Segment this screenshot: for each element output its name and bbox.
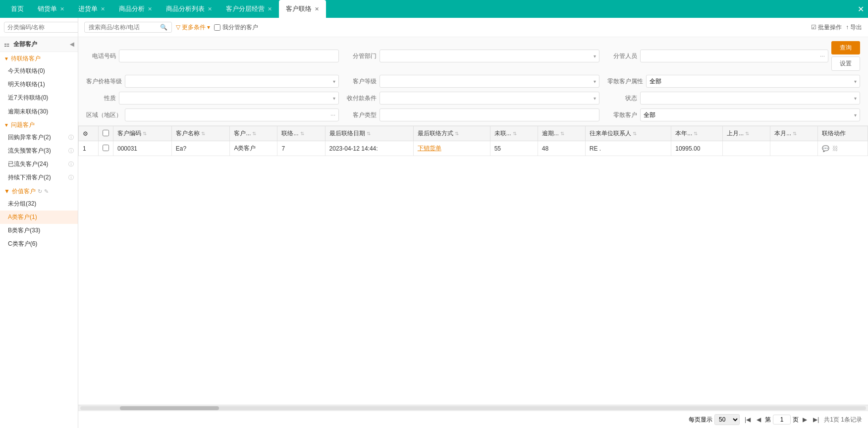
sidebar-all-customers[interactable]: ⚏ 全部客户 ◀ bbox=[0, 37, 78, 52]
select-all-checkbox[interactable] bbox=[103, 130, 109, 136]
nav-close-icon[interactable]: ✕ bbox=[208, 6, 212, 12]
edit-icon[interactable]: ✎ bbox=[44, 188, 49, 195]
row-checkbox[interactable] bbox=[103, 145, 109, 151]
retail-attr-label: 零散客户属性 bbox=[607, 77, 643, 86]
filter-search-input[interactable] bbox=[89, 24, 158, 31]
nav-close-icon[interactable]: ✕ bbox=[60, 6, 64, 12]
nav-close-icon[interactable]: ✕ bbox=[315, 6, 319, 12]
payment-select[interactable]: ▾ bbox=[380, 92, 599, 105]
td-overdue: 48 bbox=[538, 141, 585, 156]
nature-select[interactable]: ▾ bbox=[119, 92, 339, 105]
th-checkbox[interactable] bbox=[99, 126, 113, 141]
nav-close-icon[interactable]: ✕ bbox=[101, 6, 105, 12]
next-page-btn[interactable]: ▶ bbox=[801, 415, 809, 424]
window-close-btn[interactable]: ✕ bbox=[858, 4, 864, 14]
retail-customer-select[interactable]: 全部 ▾ bbox=[640, 108, 860, 121]
search-icon[interactable]: 🔍 bbox=[160, 24, 167, 31]
last-page-btn[interactable]: ▶| bbox=[811, 415, 821, 424]
sort-icon[interactable]: ⇅ bbox=[201, 131, 205, 136]
nav-item-sales[interactable]: 销货单 ✕ bbox=[31, 0, 71, 18]
td-checkbox[interactable] bbox=[99, 141, 113, 156]
sort-icon[interactable]: ⇅ bbox=[252, 131, 256, 136]
sidebar-item-churned[interactable]: 已流失客户(24) ⓘ bbox=[0, 158, 78, 171]
dots-icon: ··· bbox=[330, 111, 335, 118]
nav-close-icon[interactable]: ✕ bbox=[268, 6, 272, 12]
scroll-thumb[interactable] bbox=[120, 406, 219, 410]
nav-item-customer-contact[interactable]: 客户联络 ✕ bbox=[279, 0, 326, 18]
retail-attr-select[interactable]: 全部 ▾ bbox=[646, 75, 860, 88]
item-label: 回购异常客户(2) bbox=[8, 133, 51, 142]
sidebar-group-value[interactable]: ▼ 价值客户 ↻ ✎ bbox=[0, 185, 78, 197]
sidebar-group-problem[interactable]: ▼ 问题客户 bbox=[0, 118, 78, 131]
prev-page-btn[interactable]: ◀ bbox=[755, 415, 763, 424]
per-page-select[interactable]: 50 100 200 bbox=[714, 414, 740, 425]
first-page-btn[interactable]: |◀ bbox=[743, 415, 753, 424]
nav-item-analysis[interactable]: 商品分析 ✕ bbox=[112, 0, 159, 18]
item-label: 明天待联络(1) bbox=[8, 80, 45, 89]
expand-icon: ▼ bbox=[4, 188, 10, 195]
my-customers-checkbox[interactable]: 我分管的客户 bbox=[214, 23, 258, 32]
price-level-select[interactable]: ▾ bbox=[125, 75, 339, 88]
sidebar-item-tomorrow[interactable]: 明天待联络(1) bbox=[0, 78, 78, 91]
sidebar-item-declining[interactable]: 持续下滑客户(2) ⓘ bbox=[0, 171, 78, 184]
settings-button[interactable]: 设置 bbox=[831, 56, 860, 71]
nav-item-purchase[interactable]: 进货单 ✕ bbox=[71, 0, 112, 18]
customer-level-select[interactable]: ▾ bbox=[380, 75, 599, 88]
nav-home[interactable]: 首页 bbox=[4, 0, 31, 18]
sort-icon[interactable]: ⇅ bbox=[694, 131, 698, 136]
dept-select[interactable]: ▾ bbox=[380, 50, 599, 62]
scroll-track[interactable] bbox=[80, 406, 866, 410]
sort-icon[interactable]: ⇅ bbox=[367, 131, 371, 136]
sidebar-item-today[interactable]: 今天待联络(0) bbox=[0, 64, 78, 78]
hint-icon: ⓘ bbox=[68, 133, 74, 142]
sort-icon[interactable]: ⇅ bbox=[560, 131, 564, 136]
settings-gear-icon[interactable]: ⚙ bbox=[83, 130, 88, 137]
export-btn[interactable]: ↑ 导出 bbox=[846, 23, 862, 32]
nav-close-icon[interactable]: ✕ bbox=[148, 6, 152, 12]
sort-icon[interactable]: ⇅ bbox=[793, 131, 797, 136]
chat-icon[interactable]: 💬 bbox=[822, 145, 829, 152]
more-conditions-btn[interactable]: ▽ 更多条件 ▾ bbox=[176, 23, 210, 32]
nav-label: 进货单 bbox=[78, 4, 98, 13]
filter-bar: 🔍 ▽ 更多条件 ▾ 我分管的客户 ☑ 批量操作 ↑ 导出 bbox=[78, 18, 868, 37]
sort-icon[interactable]: ⇅ bbox=[513, 131, 517, 136]
sidebar-item-class-c[interactable]: C类客户(6) bbox=[0, 237, 78, 251]
link-icon[interactable]: ⛓ bbox=[832, 145, 838, 152]
expand-icon: ▼ bbox=[4, 56, 9, 61]
sidebar-item-churn-warning[interactable]: 流失预警客户(3) ⓘ bbox=[0, 144, 78, 158]
query-button[interactable]: 查询 bbox=[831, 41, 860, 54]
sidebar-search-input[interactable] bbox=[4, 22, 78, 33]
filter-row-status: 状态 ▾ bbox=[607, 92, 860, 105]
sidebar-item-7days[interactable]: 近7天待联络(0) bbox=[0, 91, 78, 105]
contact-method-link[interactable]: 下销货单 bbox=[418, 145, 441, 152]
sort-icon[interactable]: ⇅ bbox=[633, 131, 637, 136]
td-last-contact-method[interactable]: 下销货单 bbox=[413, 141, 490, 156]
page-number-input[interactable] bbox=[773, 415, 791, 425]
item-label: 流失预警客户(3) bbox=[8, 146, 51, 156]
batch-ops-btn[interactable]: ☑ 批量操作 bbox=[811, 23, 842, 32]
sidebar-item-class-a[interactable]: A类客户(1) bbox=[0, 211, 78, 224]
sidebar-item-overdue[interactable]: 逾期未联络(30) bbox=[0, 105, 78, 118]
sidebar-item-class-b[interactable]: B类客户(33) bbox=[0, 224, 78, 237]
sidebar-group-pending[interactable]: ▼ 待联络客户 bbox=[0, 52, 78, 64]
sort-icon[interactable]: ⇅ bbox=[300, 131, 304, 136]
collapse-icon[interactable]: ◀ bbox=[70, 41, 74, 48]
phone-input[interactable] bbox=[119, 50, 339, 62]
sort-icon[interactable]: ⇅ bbox=[455, 131, 459, 136]
sort-icon[interactable]: ⇅ bbox=[745, 131, 749, 136]
customer-type-input[interactable] bbox=[380, 108, 599, 121]
sidebar-item-ungrouped[interactable]: 未分组(32) bbox=[0, 197, 78, 211]
status-select[interactable]: ▾ bbox=[640, 92, 860, 105]
th-settings[interactable]: ⚙ bbox=[79, 126, 99, 141]
region-input[interactable]: ··· bbox=[125, 108, 339, 121]
nav-item-analysis-list[interactable]: 商品分析列表 ✕ bbox=[159, 0, 219, 18]
my-customers-check[interactable] bbox=[214, 24, 220, 31]
horizontal-scrollbar[interactable] bbox=[78, 405, 868, 411]
per-page-selector: 每页显示 50 100 200 bbox=[689, 414, 740, 425]
manager-input[interactable]: ··· bbox=[640, 50, 828, 62]
refresh-icon[interactable]: ↻ bbox=[38, 188, 42, 195]
td-contact-count: 7 bbox=[277, 141, 325, 156]
sidebar-item-repurchase-abnormal[interactable]: 回购异常客户(2) ⓘ bbox=[0, 131, 78, 144]
sort-icon[interactable]: ⇅ bbox=[143, 131, 147, 136]
nav-item-customer-tier[interactable]: 客户分层经营 ✕ bbox=[219, 0, 279, 18]
